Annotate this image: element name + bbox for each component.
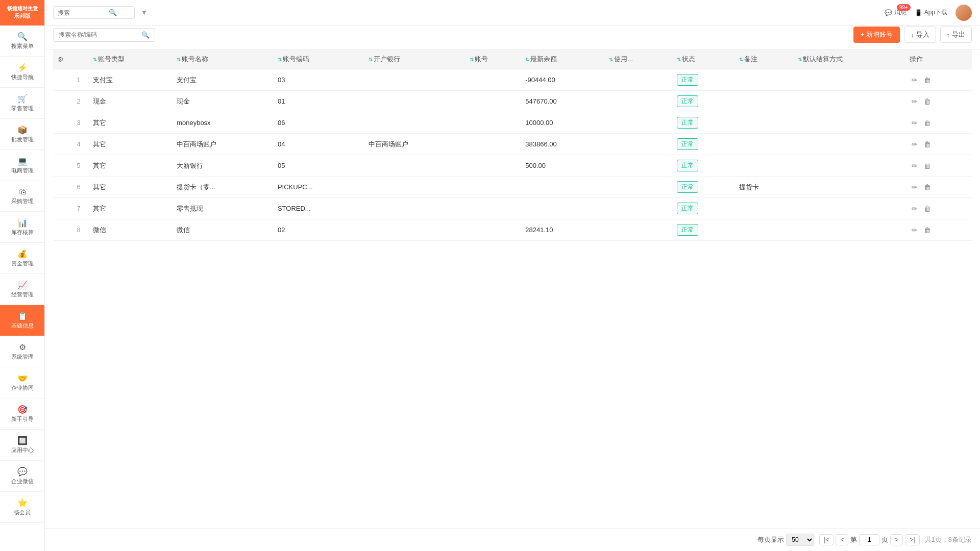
sidebar-item-enterprise-wechat[interactable]: 💬企业微信 [0,461,44,492]
row-status-6: 正常 [673,198,735,219]
sidebar-item-enterprise-agreement[interactable]: 🤝企业协同 [0,367,44,398]
edit-button-0[interactable]: ✏ [910,75,920,85]
inventory-icon: 📊 [4,218,40,228]
table-row: 8 微信 微信 02 28241.10 正常 ✏ 🗑 [53,219,972,241]
delete-button-1[interactable]: 🗑 [922,96,933,107]
sidebar-item-wholesale-mgmt[interactable]: 📦批发管理 [0,119,44,150]
delete-button-2[interactable]: 🗑 [922,118,933,128]
table-header-row: ⚙ ⇅账号类型 ⇅账号名称 ⇅账号编码 ⇅开户银行 ⇅账号 ⇅最新余额 ⇅使用.… [53,49,972,69]
message-button[interactable]: 💬 消息 99+ [885,8,906,17]
delete-button-7[interactable]: 🗑 [922,225,933,235]
sidebar-item-purchase-mgmt[interactable]: 🛍采购管理 [0,181,44,212]
row-account-6 [465,198,521,219]
row-status-4: 正常 [673,155,735,177]
accounts-table-container: ⚙ ⇅账号类型 ⇅账号名称 ⇅账号编码 ⇅开户银行 ⇅账号 ⇅最新余额 ⇅使用.… [45,49,980,528]
toolbar-left: 🔍 [53,28,155,42]
delete-button-4[interactable]: 🗑 [922,161,933,171]
edit-button-6[interactable]: ✏ [910,204,920,214]
row-name-6: 零售抵现 [173,198,274,219]
col-code[interactable]: ⇅账号编码 [274,49,364,69]
sidebar-item-ecommerce-mgmt[interactable]: 💻电商管理 [0,150,44,181]
sidebar-item-retail-mgmt[interactable]: 🛒零售管理 [0,88,44,119]
app-download-label: App下载 [924,8,947,17]
row-type-3: 其它 [89,134,173,155]
import-button[interactable]: ↓ 导入 [904,27,936,43]
first-page-button[interactable]: |< [819,534,834,545]
col-name[interactable]: ⇅账号名称 [173,49,274,69]
top-search-input[interactable] [58,9,109,16]
row-balance-6 [521,198,605,219]
col-default-settlement[interactable]: ⇅默认结算方式 [794,49,905,69]
delete-button-5[interactable]: 🗑 [922,182,933,192]
delete-button-6[interactable]: 🗑 [922,204,933,214]
edit-button-1[interactable]: ✏ [910,96,920,107]
sidebar-item-quick-nav[interactable]: ⚡快捷导航 [0,57,44,88]
sidebar-item-label-quick-nav: 快捷导航 [4,73,40,81]
sidebar-item-app-center[interactable]: 🔲应用中心 [0,430,44,461]
sidebar-item-label-capital-mgmt: 资金管理 [4,260,40,267]
sidebar-item-search-menu[interactable]: 🔍搜索菜单 [0,26,44,57]
basic-info-icon: 📋 [4,311,40,321]
row-balance-7: 28241.10 [521,219,605,241]
row-account-3 [465,134,521,155]
col-settings[interactable]: ⚙ [53,49,68,69]
user-avatar[interactable] [955,5,972,21]
new-guide-icon: 🎯 [4,405,40,414]
sidebar-item-basic-info[interactable]: 📋基础信息 [0,305,44,336]
account-search-box[interactable]: 🔍 [53,28,155,42]
sidebar: 畅捷通时生意 乐邦版 🔍搜索菜单⚡快捷导航🛒零售管理📦批发管理💻电商管理🛍采购管… [0,0,45,551]
page-number-input[interactable] [859,534,879,545]
edit-button-5[interactable]: ✏ [910,182,920,192]
row-default-settlement-5 [794,177,905,198]
col-account[interactable]: ⇅账号 [465,49,521,69]
top-search-icon: 🔍 [109,9,117,16]
sidebar-item-capital-mgmt[interactable]: 💰资金管理 [0,243,44,274]
col-balance[interactable]: ⇅最新余额 [521,49,605,69]
enterprise-agreement-icon: 🤝 [4,373,40,383]
delete-button-0[interactable]: 🗑 [922,75,933,85]
col-bank[interactable]: ⇅开户银行 [364,49,465,69]
edit-button-7[interactable]: ✏ [910,225,920,235]
sidebar-item-system-mgmt[interactable]: ⚙系统管理 [0,336,44,367]
col-status[interactable]: ⇅状态 [673,49,735,69]
add-account-button[interactable]: + 新增账号 [853,27,900,43]
app-download-button[interactable]: 📱 App下载 [915,8,947,17]
row-settings-6 [53,198,68,219]
edit-button-4[interactable]: ✏ [910,161,920,171]
last-page-button[interactable]: >| [905,534,919,545]
dropdown-arrow[interactable]: ▼ [141,9,148,16]
edit-button-3[interactable]: ✏ [910,139,920,149]
row-remark-2 [735,112,794,134]
row-status-5: 正常 [673,177,735,198]
logo-subtext: 乐邦版 [7,13,38,19]
row-actions-6: ✏ 🗑 [905,198,972,219]
sidebar-item-new-guide[interactable]: 🎯新手引导 [0,398,44,430]
row-account-5 [465,177,521,198]
row-type-6: 其它 [89,198,173,219]
col-usage[interactable]: ⇅使用... [605,49,672,69]
capital-mgmt-icon: 💰 [4,249,40,259]
delete-button-3[interactable]: 🗑 [922,139,933,149]
retail-mgmt-icon: 🛒 [4,94,40,104]
pagination-bar: 每页显示 102050100 |< < 第 页 > >| 共1页，8条记录 [45,528,980,551]
row-settings-3 [53,134,68,155]
row-remark-0 [735,69,794,91]
page-suffix: 页 [881,535,888,544]
export-button[interactable]: ↑ 导出 [940,27,972,43]
row-usage-2 [605,112,672,134]
row-code-3: 04 [274,134,364,155]
account-search-input[interactable] [59,31,138,38]
sidebar-item-vip-member[interactable]: ⭐畅会员 [0,492,44,523]
sidebar-item-operations-mgmt[interactable]: 📈经营管理 [0,274,44,305]
sidebar-item-inventory[interactable]: 📊库存核算 [0,212,44,243]
col-type[interactable]: ⇅账号类型 [89,49,173,69]
table-row: 7 其它 零售抵现 STORED... 正常 ✏ 🗑 [53,198,972,219]
prev-page-button[interactable]: < [836,534,848,545]
row-name-0: 支付宝 [173,69,274,91]
edit-button-2[interactable]: ✏ [910,118,920,128]
col-remark[interactable]: ⇅备注 [735,49,794,69]
per-page-dropdown[interactable]: 102050100 [786,534,814,546]
next-page-button[interactable]: > [890,534,903,545]
top-search-box[interactable]: 🔍 [53,6,135,19]
row-default-settlement-7 [794,219,905,241]
